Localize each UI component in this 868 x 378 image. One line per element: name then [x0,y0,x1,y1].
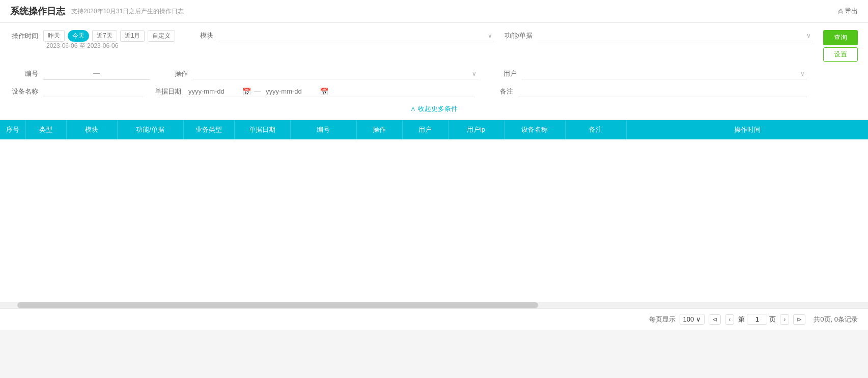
table-section: 序号 类型 模块 功能/单据 业务类型 单据日期 编号 操作 用户 用户ip 设… [0,120,868,302]
module-select[interactable]: ∨ [218,30,494,41]
time-btn-custom[interactable]: 自定义 [148,30,175,42]
user-select[interactable]: ∨ [522,68,807,79]
col-biz-type: 业务类型 [183,120,234,139]
date-range-display: 2023-06-06 至 2023-06-06 [46,42,118,49]
per-page-select[interactable]: 100 ∨ [680,314,705,325]
doc-date-end-input[interactable] [264,86,320,97]
page-number-input[interactable] [747,314,767,325]
page-unit: 页 [769,315,776,324]
first-page-button[interactable]: ⊲ [709,314,721,325]
prev-page-button[interactable]: ‹ [725,314,734,325]
col-type: 类型 [25,120,66,139]
filter-section: 操作时间 昨天 今天 近7天 近1月 自定义 2023-06-06 至 2023… [0,23,868,120]
calendar-end-icon[interactable]: 📅 [320,88,328,96]
time-filter-label: 操作时间 [10,32,43,41]
function-label: 功能/单据 [505,31,538,40]
setting-button[interactable]: 设置 [823,47,858,62]
export-button[interactable]: ⎙ 导出 [838,7,858,16]
col-device: 设备名称 [504,120,565,139]
col-operation: 操作 [356,120,402,139]
device-input[interactable] [43,86,143,97]
page-header: 系统操作日志 支持2020年10月31日之后产生的操作日志 ⎙ 导出 [0,0,868,23]
collapse-label: 收起更多条件 [418,105,458,112]
query-button[interactable]: 查询 [823,30,858,45]
col-function: 功能/单据 [117,120,183,139]
remark-input-wrap [518,86,807,97]
remark-input[interactable] [518,86,807,97]
number-end-input[interactable] [104,68,150,78]
device-label: 设备名称 [10,87,43,96]
page-total: 共0页, 0条记录 [814,315,858,324]
next-page-button[interactable]: › [780,314,789,325]
col-number: 编号 [290,120,356,139]
action-buttons: 查询 设置 [823,30,858,62]
col-user-ip: 用户ip [448,120,504,139]
number-start-input[interactable] [43,68,89,78]
operation-label: 操作 [160,69,193,78]
doc-date-start-input[interactable] [186,86,242,97]
pagination-bar: 每页显示 100 ∨ ⊲ ‹ 第 页 › ⊳ 共0页, 0条记录 [0,308,868,330]
operation-input[interactable] [193,68,479,79]
page-input-group: 第 页 [738,314,776,325]
horizontal-scrollbar[interactable] [0,302,868,308]
user-label: 用户 [489,69,522,78]
col-user: 用户 [402,120,448,139]
operation-select[interactable]: ∨ [193,68,479,79]
time-btn-yesterday[interactable]: 昨天 [43,30,65,42]
col-remark: 备注 [565,120,626,139]
col-module: 模块 [66,120,117,139]
doc-date-dash: — [254,88,261,95]
page-label: 第 [738,315,745,324]
per-page-label: 每页显示 [649,315,676,324]
number-dash: — [93,69,100,77]
scrollbar-thumb[interactable] [17,302,538,308]
collapse-icon: ∧ [410,105,416,112]
time-btn-today[interactable]: 今天 [68,30,89,42]
document-date-label: 单据日期 [153,87,186,96]
module-input[interactable] [218,30,494,41]
calendar-start-icon[interactable]: 📅 [242,88,251,96]
col-op-time: 操作时间 [626,120,868,139]
function-input[interactable] [538,30,813,41]
table-header-row: 序号 类型 模块 功能/单据 业务类型 单据日期 编号 操作 用户 用户ip 设… [0,120,868,139]
last-page-button[interactable]: ⊳ [793,314,805,325]
page-title: 系统操作日志 [10,5,65,17]
collapse-bar[interactable]: ∧ 收起更多条件 [10,101,858,114]
time-buttons: 昨天 今天 近7天 近1月 自定义 [43,30,175,42]
per-page-chevron-icon: ∨ [696,315,701,323]
function-select[interactable]: ∨ [538,30,813,41]
module-label: 模块 [185,31,218,40]
per-page-value: 100 [683,315,694,323]
user-input[interactable] [522,68,807,79]
data-table: 序号 类型 模块 功能/单据 业务类型 单据日期 编号 操作 用户 用户ip 设… [0,120,868,302]
col-doc-date: 单据日期 [234,120,290,139]
export-icon: ⎙ [838,8,843,15]
time-btn-1month[interactable]: 近1月 [120,30,145,42]
device-input-wrap [43,86,143,97]
number-label: 编号 [10,69,43,78]
remark-label: 备注 [485,87,518,96]
time-btn-7days[interactable]: 近7天 [92,30,117,42]
col-index: 序号 [0,120,25,139]
page-subtitle: 支持2020年10月31日之后产生的操作日志 [71,7,184,16]
